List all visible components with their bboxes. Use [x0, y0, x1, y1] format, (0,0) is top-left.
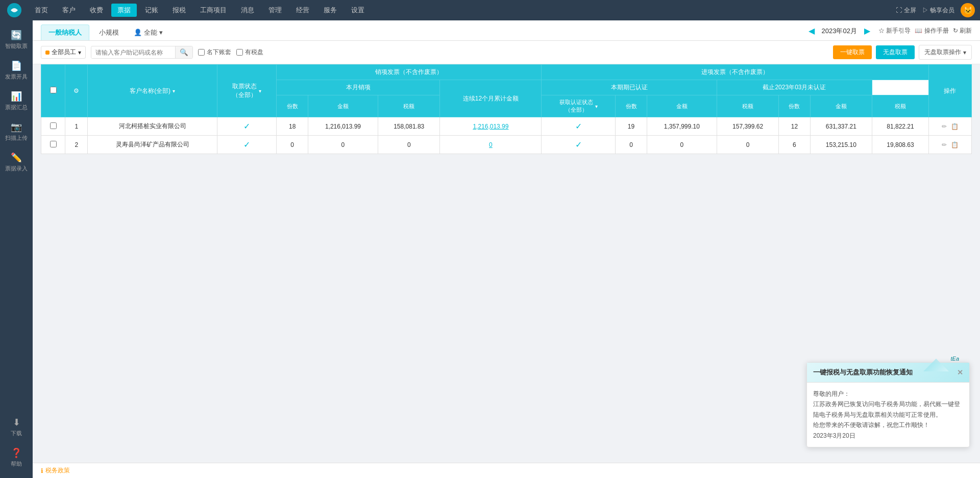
select-all-checkbox[interactable]: [50, 87, 57, 93]
row2-edit-icon[interactable]: ✏: [942, 141, 947, 148]
nav-settings[interactable]: 设置: [345, 4, 371, 17]
sidebar-label-invoice-entry: 票据录入: [5, 165, 28, 172]
row1-checkbox[interactable]: [41, 117, 65, 136]
invoice-entry-icon: ✏️: [11, 152, 22, 163]
filter-actions: 一键取票 无盘取票 无盘取票操作 ▾: [833, 45, 972, 60]
nav-message[interactable]: 消息: [235, 4, 260, 17]
nav-manage[interactable]: 管理: [262, 4, 288, 17]
bottom-bar: ℹ 税务政策: [33, 463, 980, 478]
th-cert-qty: 份数: [616, 95, 647, 117]
th-customer-label: 客户名称(全部): [130, 87, 170, 95]
popup-header: 一键报税与无盘取票功能恢复通知 ✕: [807, 363, 969, 383]
row1-status-icon: ✓: [243, 122, 250, 131]
checkbox-account-input[interactable]: [198, 49, 205, 56]
sidebar-item-invoice-issue[interactable]: 📄 发票开具: [2, 56, 31, 85]
scan-upload-icon: 📷: [11, 121, 22, 133]
sidebar-item-invoice-summary[interactable]: 📊 票据汇总: [2, 87, 31, 115]
refresh-btn[interactable]: ↻ 刷新: [953, 27, 972, 35]
popup-body: 尊敬的用户： 江苏政务网已恢复访问电子税务局功能，易代账一键登陆电子税务局与无盘…: [807, 383, 969, 447]
checkbox-taxdisk-label: 有税盘: [245, 48, 263, 57]
user-avatar[interactable]: 🐱: [961, 3, 975, 17]
new-guide-btn[interactable]: ☆ 新手引导: [878, 27, 911, 35]
nav-home[interactable]: 首页: [29, 4, 54, 17]
cert-status-filter-icon[interactable]: ▾: [595, 104, 598, 109]
tab-bar-right: ◀ 2023年02月 ▶ ☆ 新手引导 📖 操作手册 ↻ 刷新: [805, 25, 972, 40]
nav-fee[interactable]: 收费: [84, 4, 109, 17]
sidebar-item-scan-upload[interactable]: 📷 扫描上传: [2, 117, 31, 146]
th-monthly-sale: 本月销项: [277, 80, 440, 95]
employee-select[interactable]: 全部员工 ▾: [41, 46, 86, 59]
sidebar-label-download: 下载: [11, 430, 22, 437]
customer-filter-icon[interactable]: ▾: [173, 88, 175, 94]
row1-edit-icon[interactable]: ✏: [942, 123, 947, 130]
search-button[interactable]: 🔍: [175, 46, 192, 58]
row2-check[interactable]: [50, 141, 57, 147]
filter-bar: 全部员工 ▾ 🔍 名下账套 有税盘 一键取票 无盘取票 无盘取票操作 ▾: [33, 41, 980, 64]
row2-actions: ✏ 📋: [928, 136, 971, 154]
row1-copy-icon[interactable]: 📋: [951, 123, 959, 130]
tab-bar: 一般纳税人 小规模 👤 全能 ▾ ◀ 2023年02月 ▶ ☆ 新手引导 📖 操…: [33, 20, 980, 41]
nav-invoice[interactable]: 票据: [111, 4, 137, 17]
more-arrow-icon: ▾: [963, 49, 966, 56]
row2-copy-icon[interactable]: 📋: [951, 141, 959, 148]
smart-fetch-icon: 🔄: [11, 30, 22, 41]
th-get-cert-status: 获取认证状态（全部） ▾: [542, 95, 616, 117]
tab-general-taxpayer[interactable]: 一般纳税人: [41, 24, 89, 40]
row1-cert-qty: 19: [616, 117, 647, 136]
fullscreen-btn[interactable]: ⛶ 全屏: [896, 6, 916, 15]
logo: [5, 1, 23, 19]
sidebar-item-help[interactable]: ❓ 帮助: [2, 443, 31, 472]
filter-checkbox-account[interactable]: 名下账套: [198, 48, 231, 57]
popup-line-4: 2023年3月20日: [813, 431, 963, 441]
nav-accounting[interactable]: 记账: [139, 4, 164, 17]
th-cert-tax: 税额: [717, 95, 778, 117]
sidebar-bottom: ⬇ 下载 ❓ 帮助: [2, 413, 31, 478]
nav-business[interactable]: 工商项目: [194, 4, 233, 17]
no-disk-more-btn[interactable]: 无盘取票操作 ▾: [919, 45, 972, 60]
date-next-btn[interactable]: ▶: [861, 25, 873, 37]
th-settings[interactable]: ⚙: [65, 65, 88, 117]
row2-cumulative[interactable]: 0: [440, 136, 542, 154]
manual-btn[interactable]: 📖 操作手册: [915, 27, 948, 35]
popup-scroll-area[interactable]: 尊敬的用户： 江苏政务网已恢复访问电子税务局功能，易代账一键登陆电子税务局与无盘…: [813, 389, 963, 441]
notification-popup: tEa 一键报税与无盘取票功能恢复通知 ✕ 尊敬的用户： 江苏政务网已恢复访问电…: [806, 362, 970, 447]
popup-line-1: 尊敬的用户：: [813, 389, 963, 399]
th-certified: 本期期已认证: [542, 80, 717, 95]
search-box: 🔍: [91, 46, 193, 59]
tax-policy-link[interactable]: ℹ 税务政策: [41, 466, 70, 475]
invoice-table: ⚙ 客户名称(全部) ▾ 取票状态（全部） ▾: [41, 64, 972, 154]
row1-actions: ✏ 📋: [928, 117, 971, 136]
sidebar-item-download[interactable]: ⬇ 下载: [2, 413, 31, 441]
current-date: 2023年02月: [822, 27, 857, 36]
membership-btn[interactable]: ▷ 畅享会员: [922, 6, 954, 15]
nav-service[interactable]: 服务: [317, 4, 343, 17]
download-icon: ⬇: [13, 417, 20, 428]
th-checkbox[interactable]: [41, 65, 65, 117]
nav-tax[interactable]: 报税: [166, 4, 192, 17]
tab-all-label: 全能: [144, 28, 157, 37]
sidebar-label-invoice-issue: 发票开具: [5, 73, 28, 81]
nav-operation[interactable]: 经营: [290, 4, 315, 17]
fetch-status-filter-icon[interactable]: ▾: [259, 88, 261, 94]
one-click-fetch-btn[interactable]: 一键取票: [833, 45, 872, 59]
filter-checkbox-taxdisk[interactable]: 有税盘: [236, 48, 263, 57]
row2-checkbox[interactable]: [41, 136, 65, 154]
tab-small-scale[interactable]: 小规模: [91, 24, 127, 40]
tab-all[interactable]: 👤 全能 ▾: [129, 25, 168, 40]
popup-close-btn[interactable]: ✕: [957, 368, 963, 376]
checkbox-taxdisk-input[interactable]: [236, 49, 243, 56]
date-navigation: ◀ 2023年02月 ▶: [805, 25, 873, 37]
row1-cumulative[interactable]: 1,216,013.99: [440, 117, 542, 136]
th-uncert-amount: 金额: [810, 95, 872, 117]
date-prev-btn[interactable]: ◀: [805, 25, 818, 37]
row1-customer: 河北柯搭桩实业有限公司: [88, 117, 217, 136]
row2-index: 2: [65, 136, 88, 154]
search-input[interactable]: [91, 47, 175, 58]
no-disk-fetch-btn[interactable]: 无盘取票: [876, 45, 915, 59]
row1-check[interactable]: [50, 122, 57, 129]
nav-customer[interactable]: 客户: [56, 4, 82, 17]
tab-all-icon: 👤: [134, 29, 142, 36]
sidebar-item-smart-fetch[interactable]: 🔄 智能取票: [2, 26, 31, 54]
tab-all-arrow: ▾: [159, 29, 163, 36]
sidebar-item-invoice-entry[interactable]: ✏️ 票据录入: [2, 148, 31, 177]
